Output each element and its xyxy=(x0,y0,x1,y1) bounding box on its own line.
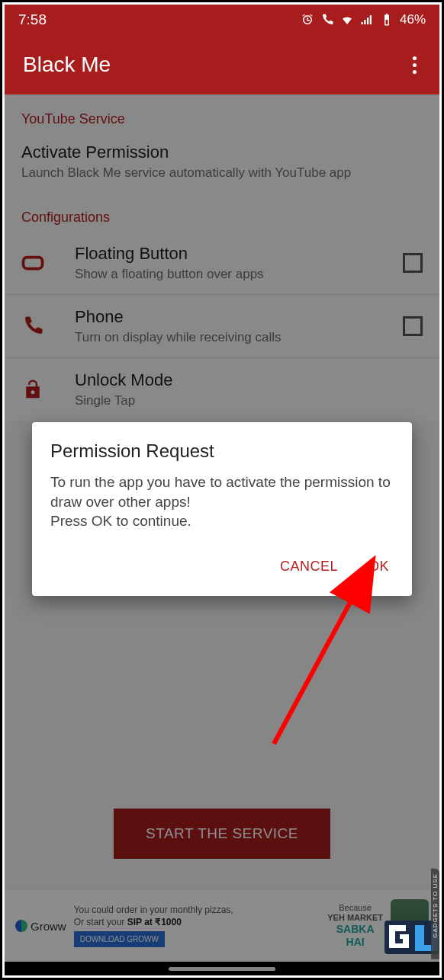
ok-button[interactable]: OK xyxy=(364,551,394,582)
battery-icon xyxy=(380,13,394,27)
signal-icon xyxy=(360,13,374,27)
dialog-body: To run the app you have to activate the … xyxy=(50,472,394,531)
clock: 7:58 xyxy=(18,11,47,28)
alarm-icon xyxy=(301,13,314,27)
permission-dialog: Permission Request To run the app you ha… xyxy=(32,422,412,596)
more-menu-button[interactable] xyxy=(405,49,424,82)
watermark-tag: GADGETS TO USE xyxy=(431,869,439,959)
wifi-icon xyxy=(340,13,354,27)
app-title: Black Me xyxy=(23,53,111,77)
dialog-title: Permission Request xyxy=(50,440,394,462)
app-bar: Black Me xyxy=(5,35,439,94)
battery-percent: 46% xyxy=(400,12,426,27)
status-icons: 46% xyxy=(301,12,426,27)
cancel-button[interactable]: CANCEL xyxy=(275,551,343,582)
status-bar: 7:58 46% xyxy=(5,5,439,35)
call-icon xyxy=(320,13,334,27)
watermark: GADGETS TO USE xyxy=(384,916,439,962)
